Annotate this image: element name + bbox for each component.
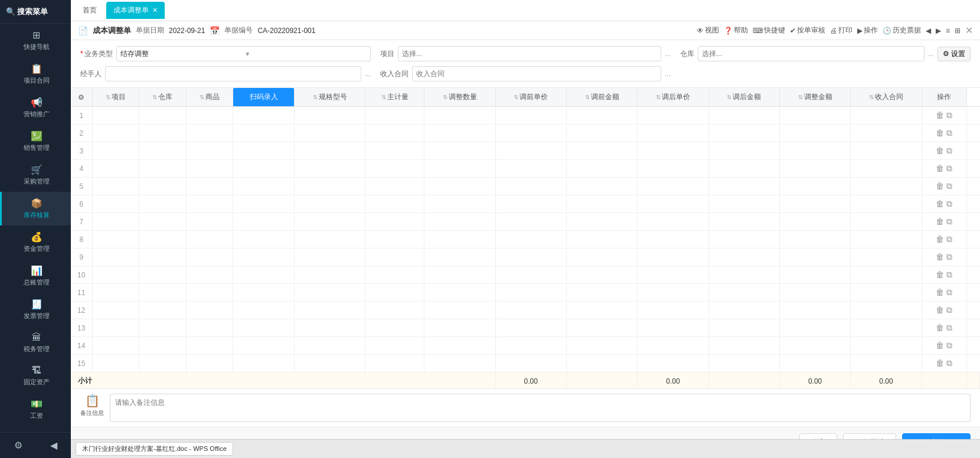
cell[interactable] — [708, 125, 779, 142]
cell[interactable] — [638, 248, 708, 266]
cell[interactable] — [186, 231, 233, 248]
cell[interactable] — [851, 337, 922, 355]
spec-sort-icon[interactable]: ⇅ — [313, 94, 318, 100]
copy-row-button[interactable]: ⧉ — [945, 128, 953, 138]
warehouse-dots-button[interactable]: ... — [928, 50, 934, 58]
cell[interactable] — [851, 355, 922, 372]
audit-action[interactable]: ✔ 按单审核 — [790, 25, 825, 35]
cell[interactable] — [294, 195, 365, 213]
copy-row-button[interactable]: ⧉ — [945, 234, 953, 244]
copy-row-button[interactable]: ⧉ — [945, 287, 953, 297]
warehouse-input[interactable] — [698, 46, 925, 61]
cell[interactable] — [233, 284, 294, 302]
cell[interactable] — [779, 337, 850, 355]
print-action[interactable]: 🖨 打印 — [830, 25, 852, 35]
cell[interactable] — [708, 213, 779, 231]
cell[interactable] — [495, 355, 566, 372]
cell[interactable] — [779, 284, 850, 302]
cell[interactable] — [139, 178, 187, 195]
income-contract-sort-icon[interactable]: ⇅ — [869, 94, 874, 100]
cell[interactable] — [566, 142, 637, 160]
cell[interactable] — [233, 107, 294, 125]
cell[interactable] — [139, 125, 187, 142]
cell[interactable] — [186, 107, 233, 125]
before-price-sort-icon[interactable]: ⇅ — [514, 94, 518, 100]
taskbar-wps-item[interactable]: 木门行业好业财处理方案-墓红红.doc - WPS Office — [76, 442, 233, 456]
cell[interactable] — [779, 160, 850, 178]
cell[interactable] — [233, 337, 294, 355]
cell[interactable] — [92, 142, 139, 160]
cell[interactable] — [851, 266, 922, 284]
business-type-select[interactable]: 结存调整 ▼ — [116, 46, 371, 61]
cell[interactable] — [851, 319, 922, 337]
cell[interactable] — [424, 337, 495, 355]
cell[interactable] — [708, 160, 779, 178]
copy-row-button[interactable]: ⧉ — [945, 217, 953, 226]
cell[interactable] — [365, 160, 424, 178]
cell[interactable] — [186, 337, 233, 355]
cell[interactable] — [365, 248, 424, 266]
sidebar-item-tax[interactable]: 🏛 税务管理 — [0, 326, 71, 359]
cell[interactable] — [424, 231, 495, 248]
cell[interactable] — [365, 284, 424, 302]
cell[interactable] — [294, 302, 365, 319]
cell[interactable] — [139, 319, 187, 337]
cell[interactable] — [495, 284, 566, 302]
sidebar-item-ops-mgmt[interactable]: 📈 经营管理 — [0, 426, 71, 432]
cell[interactable] — [294, 160, 365, 178]
cell[interactable] — [708, 266, 779, 284]
before-amount-sort-icon[interactable]: ⇅ — [585, 94, 590, 100]
cell[interactable] — [186, 125, 233, 142]
cell[interactable] — [495, 231, 566, 248]
sidebar-item-ledger[interactable]: 📊 总账管理 — [0, 259, 71, 293]
cell[interactable] — [566, 231, 637, 248]
goods-sort-icon[interactable]: ⇅ — [200, 94, 204, 100]
delete-row-button[interactable]: 🗑 — [935, 146, 945, 155]
sidebar-item-invoice[interactable]: 🧾 发票管理 — [0, 293, 71, 326]
cell[interactable] — [851, 125, 922, 142]
cell[interactable] — [851, 195, 922, 213]
remarks-icon-btn[interactable]: 📋 备注信息 — [80, 394, 104, 417]
cell[interactable] — [638, 107, 708, 125]
cell[interactable] — [365, 107, 424, 125]
cell[interactable] — [186, 213, 233, 231]
cell[interactable] — [233, 195, 294, 213]
cell[interactable] — [294, 107, 365, 125]
help-action[interactable]: ❓ 帮助 — [724, 25, 748, 35]
cell[interactable] — [186, 284, 233, 302]
cell[interactable] — [779, 195, 850, 213]
project-sort-icon[interactable]: ⇅ — [106, 94, 110, 100]
copy-row-button[interactable]: ⧉ — [945, 146, 953, 155]
cell[interactable] — [139, 266, 187, 284]
cell[interactable] — [779, 125, 850, 142]
cell[interactable] — [638, 125, 708, 142]
cell[interactable] — [566, 107, 637, 125]
cell[interactable] — [365, 302, 424, 319]
cell[interactable] — [365, 178, 424, 195]
cell[interactable] — [92, 319, 139, 337]
cell[interactable] — [186, 178, 233, 195]
cell[interactable] — [365, 231, 424, 248]
cell[interactable] — [779, 248, 850, 266]
cell[interactable] — [638, 355, 708, 372]
cell[interactable] — [851, 284, 922, 302]
cell[interactable] — [851, 213, 922, 231]
cell[interactable] — [779, 178, 850, 195]
cell[interactable] — [294, 213, 365, 231]
cell[interactable] — [233, 355, 294, 372]
tab-home[interactable]: 首页 — [76, 2, 104, 19]
sidebar-logo[interactable]: 🔍 搜索菜单 — [0, 0, 71, 24]
cell[interactable] — [779, 142, 850, 160]
cell[interactable] — [365, 195, 424, 213]
cell[interactable] — [424, 319, 495, 337]
cell[interactable] — [708, 355, 779, 372]
collapse-icon[interactable]: ◀ — [48, 437, 60, 453]
cell[interactable] — [638, 195, 708, 213]
cell[interactable] — [92, 302, 139, 319]
cell[interactable] — [92, 284, 139, 302]
cell[interactable] — [365, 355, 424, 372]
sidebar-item-sales-promo[interactable]: 📢 营销推广 — [0, 91, 71, 125]
cell[interactable] — [233, 125, 294, 142]
cell[interactable] — [233, 302, 294, 319]
cell[interactable] — [139, 142, 187, 160]
